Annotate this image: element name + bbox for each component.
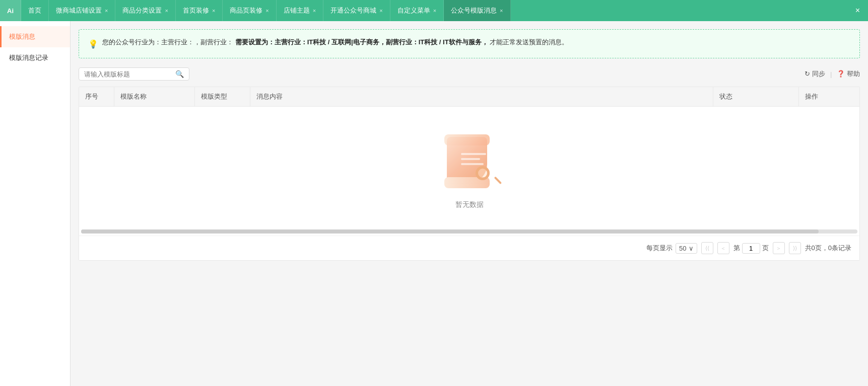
nav-tab-close-product-decor[interactable]: × [265, 8, 269, 14]
sidebar: 模版消息模版消息记录 [0, 21, 71, 386]
nav-tab-home-decor[interactable]: 首页装修× [176, 0, 223, 21]
nav-tab-shop-settings[interactable]: 微商城店铺设置× [49, 0, 115, 21]
nav-tab-label: 开通公众号商城 [330, 6, 376, 15]
nav-tab-close-open-mall[interactable]: × [379, 8, 382, 14]
nav-tab-close-custom-menu[interactable]: × [433, 8, 436, 14]
nav-tab-label: 商品分类设置 [122, 6, 162, 15]
page-input-wrap: 第 页 [733, 243, 769, 254]
nav-tab-product-decor[interactable]: 商品页装修× [223, 0, 276, 21]
col-name: 模版名称 [114, 87, 195, 106]
bulb-icon: 💡 [88, 37, 98, 51]
logo-text: Ai [7, 7, 14, 15]
total-label: 共0页，0条记录 [805, 244, 851, 253]
nav-logo[interactable]: Ai [0, 0, 21, 21]
nav-tab-custom-menu[interactable]: 自定义菜单× [390, 0, 444, 21]
nav-tab-label: 自定义菜单 [397, 6, 430, 15]
nav-tab-shop-theme[interactable]: 店铺主题× [277, 0, 323, 21]
pagination: 每页显示 50 ∨ ⟨⟨ ＜ 第 页 ＞ ⟩⟩ 共0页，0条记录 [79, 236, 859, 260]
window-close-button[interactable]: × [847, 0, 868, 21]
nav-tab-close-shop-theme[interactable]: × [313, 8, 316, 14]
help-icon: ❓ [837, 70, 845, 78]
search-input-wrap[interactable]: 🔍 [79, 67, 189, 81]
col-index: 序号 [79, 87, 114, 106]
toolbar-right: ↻ 同步 | ❓ 帮助 [805, 69, 860, 79]
main-layout: 模版消息模版消息记录 💡 您的公众号行业为：主营行业：，副营行业： 需要设置为：… [0, 21, 868, 386]
notice-text: 您的公众号行业为：主营行业：，副营行业： 需要设置为：主营行业：IT科技 / 互… [102, 37, 568, 48]
per-page-label: 每页显示 [646, 244, 673, 253]
nav-tab-label: 首页 [28, 6, 41, 15]
last-page-button[interactable]: ⟩⟩ [789, 242, 801, 254]
top-nav: Ai 首页微商城店铺设置×商品分类设置×首页装修×商品页装修×店铺主题×开通公众… [0, 0, 868, 21]
nav-tab-label: 首页装修 [183, 6, 209, 15]
nav-tab-label: 公众号模版消息 [451, 6, 497, 15]
nav-tab-label: 商品页装修 [230, 6, 262, 15]
per-page-select[interactable]: 50 ∨ [676, 243, 697, 254]
nav-tab-label: 店铺主题 [284, 6, 310, 15]
content-area: 💡 您的公众号行业为：主营行业：，副营行业： 需要设置为：主营行业：IT科技 /… [71, 21, 868, 386]
search-icon[interactable]: 🔍 [175, 70, 184, 78]
nav-tab-close-shop-settings[interactable]: × [105, 8, 108, 14]
col-status: 状态 [713, 87, 799, 106]
scrollbar-thumb[interactable] [81, 229, 819, 234]
page-prefix-label: 第 [733, 244, 740, 253]
chevron-down-icon: ∨ [689, 245, 694, 252]
page-suffix-label: 页 [762, 244, 769, 253]
notice-box: 💡 您的公众号行业为：主营行业：，副营行业： 需要设置为：主营行业：IT科技 /… [79, 29, 860, 58]
search-input[interactable] [84, 70, 172, 78]
nav-tab-home[interactable]: 首页 [21, 0, 49, 21]
empty-state: 暂无数据 [79, 107, 859, 229]
next-page-button[interactable]: ＞ [773, 242, 785, 254]
search-row: 🔍 ↻ 同步 | ❓ 帮助 [79, 67, 860, 81]
empty-illustration [439, 132, 500, 192]
sync-button[interactable]: ↻ 同步 [805, 69, 825, 79]
nav-tab-template-msg[interactable]: 公众号模版消息× [444, 0, 510, 21]
horizontal-scrollbar[interactable] [81, 229, 857, 234]
help-button[interactable]: ❓ 帮助 [837, 69, 860, 79]
sync-icon: ↻ [805, 70, 810, 78]
col-type: 模版类型 [195, 87, 250, 106]
nav-tab-open-mall[interactable]: 开通公众号商城× [323, 0, 390, 21]
nav-tab-close-home-decor[interactable]: × [212, 8, 215, 14]
per-page-select-wrap: 每页显示 50 ∨ [646, 243, 697, 254]
sidebar-item-template-msg[interactable]: 模版消息 [0, 26, 70, 47]
col-content: 消息内容 [250, 87, 713, 106]
col-action: 操作 [799, 87, 859, 106]
prev-page-button[interactable]: ＜ [717, 242, 729, 254]
first-page-button[interactable]: ⟨⟨ [701, 242, 713, 254]
nav-tab-close-template-msg[interactable]: × [500, 8, 503, 14]
empty-text: 暂无数据 [455, 200, 484, 209]
nav-tab-close-category-settings[interactable]: × [165, 8, 168, 14]
nav-tab-category-settings[interactable]: 商品分类设置× [115, 0, 175, 21]
sidebar-item-template-msg-log[interactable]: 模版消息记录 [0, 47, 70, 68]
page-number-input[interactable] [742, 243, 760, 254]
nav-tab-label: 微商城店铺设置 [56, 6, 102, 15]
table-header: 序号 模版名称 模版类型 消息内容 状态 操作 [79, 87, 859, 107]
data-table: 序号 模版名称 模版类型 消息内容 状态 操作 [79, 87, 860, 261]
divider: | [830, 70, 832, 78]
